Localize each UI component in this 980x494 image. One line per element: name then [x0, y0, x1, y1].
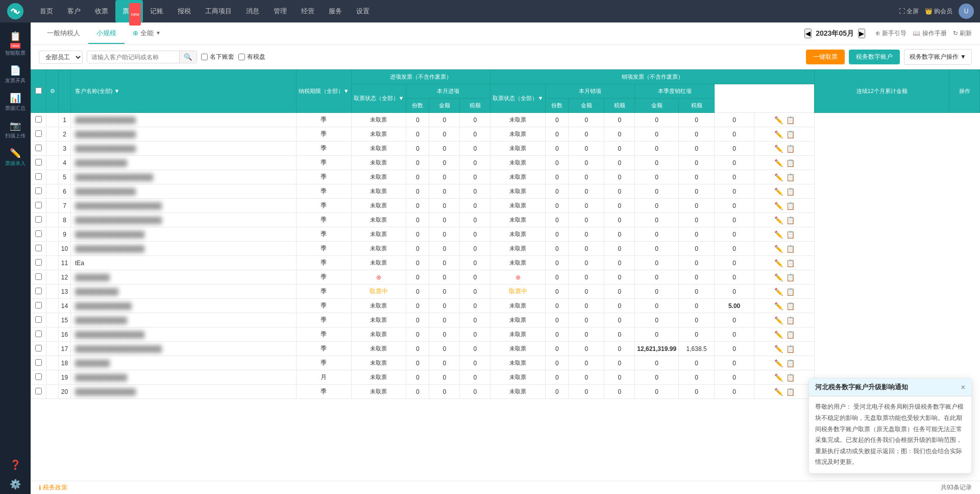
- row-edit-icon[interactable]: ✏️: [774, 259, 783, 267]
- row-customer-name[interactable]: ██████████████████: [71, 170, 297, 184]
- sidebar-item-settings-bottom[interactable]: ⚙️: [0, 475, 31, 494]
- row-in-status[interactable]: 未取票: [351, 199, 406, 213]
- sidebar-item-open-invoice[interactable]: 📄 发票开具: [0, 61, 31, 88]
- row-edit-icon[interactable]: ✏️: [774, 116, 783, 124]
- row-in-status[interactable]: 未取票: [351, 142, 406, 156]
- row-checkbox[interactable]: [35, 230, 42, 237]
- nav-service[interactable]: 服务: [322, 0, 349, 22]
- row-customer-name[interactable]: ██████████████: [71, 113, 297, 127]
- row-checkbox[interactable]: [35, 288, 42, 294]
- row-out-status[interactable]: 未取票: [491, 142, 546, 156]
- period-prev-btn[interactable]: ◀: [804, 29, 812, 38]
- manual-link[interactable]: 📖 操作手册: [913, 29, 946, 38]
- row-customer-name[interactable]: ████████████████: [71, 227, 297, 242]
- row-copy-icon[interactable]: 📋: [786, 216, 795, 224]
- row-copy-icon[interactable]: 📋: [786, 116, 795, 124]
- row-customer-name[interactable]: ████████████████████: [71, 213, 297, 227]
- sidebar-item-help[interactable]: ❓: [0, 455, 31, 475]
- row-customer-name[interactable]: █████████████: [71, 299, 297, 313]
- row-customer-name[interactable]: ████████████: [71, 370, 297, 385]
- row-customer-name[interactable]: ████████████████: [71, 242, 297, 256]
- row-out-status[interactable]: 未取票: [491, 370, 546, 385]
- sidebar-item-scan[interactable]: 📷 扫描上传: [0, 116, 31, 144]
- tax-operate-btn[interactable]: 税务数字账户操作 ▼: [904, 49, 972, 65]
- row-copy-icon[interactable]: 📋: [786, 302, 795, 310]
- row-checkbox[interactable]: [35, 302, 42, 309]
- row-edit-icon[interactable]: ✏️: [774, 288, 783, 296]
- row-copy-icon[interactable]: 📋: [786, 345, 795, 353]
- employee-select[interactable]: 全部员工: [39, 51, 83, 64]
- row-copy-icon[interactable]: 📋: [786, 245, 795, 253]
- row-in-status[interactable]: 未取票: [351, 327, 406, 342]
- row-checkbox[interactable]: [35, 259, 42, 266]
- row-edit-icon[interactable]: ✏️: [774, 216, 783, 224]
- row-in-status[interactable]: 未取票: [351, 227, 406, 242]
- row-out-status[interactable]: 未取票: [491, 342, 546, 356]
- row-customer-name[interactable]: tEa: [71, 256, 297, 270]
- row-edit-icon[interactable]: ✏️: [774, 230, 783, 239]
- tab-general-taxpayer[interactable]: 一般纳税人: [39, 23, 88, 44]
- tab-all[interactable]: ⊕ 全能 ▼: [125, 23, 169, 44]
- row-copy-icon[interactable]: 📋: [786, 273, 795, 281]
- row-out-status[interactable]: 未取票: [491, 385, 546, 399]
- row-out-status[interactable]: 未取票: [491, 170, 546, 184]
- nav-business[interactable]: 工商项目: [198, 0, 239, 22]
- tab-small-scale[interactable]: 小规模: [88, 23, 125, 44]
- sidebar-item-record[interactable]: ✏️ 票据录入: [0, 144, 31, 171]
- row-out-status[interactable]: 未取票: [491, 213, 546, 227]
- row-customer-name[interactable]: ████████████████████: [71, 342, 297, 356]
- row-in-status[interactable]: 未取票: [351, 242, 406, 256]
- sidebar-item-summary[interactable]: 📊 票据汇总: [0, 88, 31, 116]
- row-checkbox[interactable]: [35, 373, 42, 380]
- nav-tax[interactable]: 报税: [170, 0, 198, 22]
- row-copy-icon[interactable]: 📋: [786, 359, 795, 367]
- search-input[interactable]: [87, 52, 179, 63]
- period-next-btn[interactable]: ▶: [858, 29, 865, 38]
- fullscreen-btn[interactable]: ⛶ 全屏: [899, 7, 919, 16]
- member-btn[interactable]: 👑 购会员: [925, 7, 952, 16]
- row-out-status[interactable]: 未取票: [491, 356, 546, 370]
- has-tax-checkbox[interactable]: [238, 54, 245, 60]
- row-in-status[interactable]: 未取票: [351, 370, 406, 385]
- row-out-status[interactable]: ⊗: [491, 270, 546, 285]
- app-logo[interactable]: [6, 2, 24, 20]
- row-out-status[interactable]: 未取票: [491, 242, 546, 256]
- row-customer-name[interactable]: ████████████████████: [71, 199, 297, 213]
- row-copy-icon[interactable]: 📋: [786, 373, 795, 382]
- row-customer-name[interactable]: ██████████████: [71, 184, 297, 199]
- tax-digital-btn[interactable]: 税务数字账户: [849, 50, 900, 64]
- row-checkbox[interactable]: [35, 216, 42, 223]
- row-edit-icon[interactable]: ✏️: [774, 273, 783, 281]
- row-in-status[interactable]: 未取票: [351, 170, 406, 184]
- row-checkbox[interactable]: [35, 130, 42, 137]
- row-in-status[interactable]: 取票中: [351, 285, 406, 299]
- row-checkbox[interactable]: [35, 187, 42, 194]
- row-checkbox[interactable]: [35, 359, 42, 366]
- row-edit-icon[interactable]: ✏️: [774, 130, 783, 138]
- row-edit-icon[interactable]: ✏️: [774, 173, 783, 181]
- nav-bookkeeping[interactable]: 记账: [143, 0, 170, 22]
- th-in-fetch-status[interactable]: 取票状态（全部）▼: [351, 84, 406, 113]
- tax-policy-link[interactable]: ℹ 税务政策: [39, 483, 67, 492]
- row-copy-icon[interactable]: 📋: [786, 288, 795, 296]
- row-copy-icon[interactable]: 📋: [786, 388, 795, 396]
- row-in-status[interactable]: ⊗: [351, 270, 406, 285]
- row-copy-icon[interactable]: 📋: [786, 202, 795, 210]
- row-in-status[interactable]: 未取票: [351, 299, 406, 313]
- row-copy-icon[interactable]: 📋: [786, 187, 795, 196]
- row-out-status[interactable]: 未取票: [491, 256, 546, 270]
- nav-customer[interactable]: 客户: [60, 0, 88, 22]
- nav-manage[interactable]: 管理: [266, 0, 294, 22]
- row-copy-icon[interactable]: 📋: [786, 259, 795, 267]
- sub-account-checkbox[interactable]: [201, 54, 208, 60]
- search-button[interactable]: 🔍: [179, 51, 197, 63]
- row-customer-name[interactable]: ██████████████: [71, 142, 297, 156]
- row-in-status[interactable]: 未取票: [351, 184, 406, 199]
- row-out-status[interactable]: 未取票: [491, 227, 546, 242]
- refresh-btn[interactable]: ↻ 刷新: [953, 29, 972, 38]
- row-checkbox[interactable]: [35, 388, 42, 394]
- row-customer-name[interactable]: ████████████: [71, 156, 297, 170]
- row-in-status[interactable]: 未取票: [351, 213, 406, 227]
- row-checkbox[interactable]: [35, 173, 42, 180]
- row-customer-name[interactable]: ████████████████: [71, 327, 297, 342]
